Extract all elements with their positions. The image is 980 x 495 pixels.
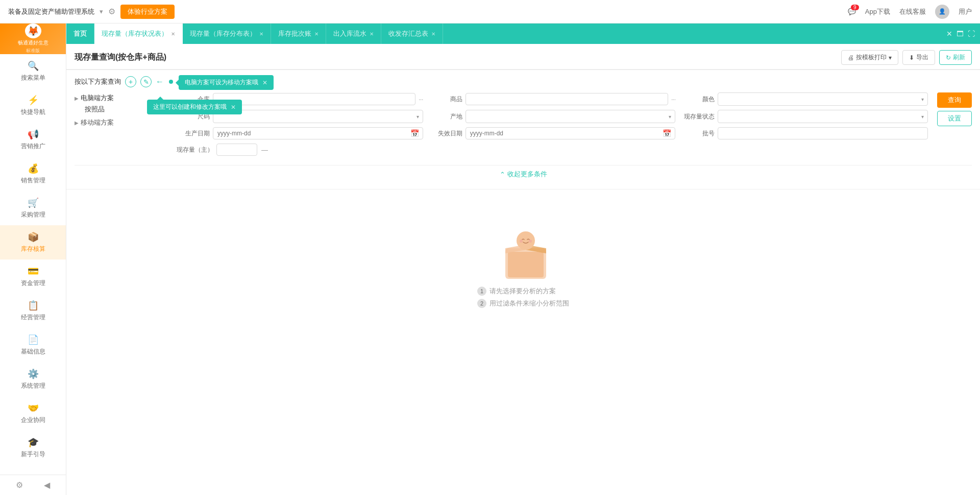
size-select[interactable] <box>213 110 423 123</box>
tab-fullscreen-icon[interactable]: ⛶ <box>968 30 975 38</box>
tab-inout-flow[interactable]: 出入库流水 ✕ <box>326 23 381 44</box>
edit-scheme-btn[interactable]: ✎ <box>140 76 152 87</box>
color-select[interactable] <box>718 92 928 106</box>
svg-point-2 <box>517 231 535 250</box>
produce-date-input[interactable] <box>213 127 423 139</box>
product-more-icon[interactable]: ··· <box>671 95 676 103</box>
mobile-scheme-label: 移动端方案 <box>81 118 114 127</box>
sales-icon: 💰 <box>28 163 39 174</box>
origin-select[interactable] <box>465 110 676 123</box>
add-scheme-btn[interactable]: + <box>125 76 136 87</box>
export-icon: ⬇ <box>909 54 914 61</box>
page-actions: 🖨 按模板打印 ▾ ⬇ 导出 ↻ 刷新 <box>841 50 972 65</box>
color-label: 颜色 <box>681 95 715 104</box>
tab-inventory-status-label: 现存量（库存状况表） <box>102 29 168 38</box>
sidebar-label-operation: 经营管理 <box>21 313 45 322</box>
sidebar-label-purchase: 采购管理 <box>21 210 45 219</box>
warehouse-more-icon[interactable]: ··· <box>419 95 423 103</box>
field-row-batch: 批号 <box>681 127 928 139</box>
warehouse-input[interactable] <box>213 93 415 105</box>
product-input[interactable] <box>465 93 668 105</box>
tab-close-all-icon[interactable]: ✕ <box>946 30 952 38</box>
sidebar: 🦊 畅通通好生意 标准版 🔍 搜索菜单 ⚡ 快捷导航 📢 营销推广 💰 销售管理 <box>0 23 66 495</box>
print-btn[interactable]: 🖨 按模板打印 ▾ <box>841 50 898 65</box>
gear-icon[interactable]: ⚙ <box>108 7 115 16</box>
message-icon[interactable]: 💬 9 <box>848 8 856 15</box>
stock-main-control: — <box>216 144 423 156</box>
scheme-tooltip: 这里可以创建和修改方案哦 ✕ <box>147 100 242 114</box>
bubble-tooltip-text: 电脑方案可设为移动方案哦 <box>185 78 258 87</box>
page-header: 现存量查询(按仓库+商品) 🖨 按模板打印 ▾ ⬇ 导出 ↻ <box>66 44 980 69</box>
desktop-child1-label: 按照品 <box>85 105 105 114</box>
sidebar-item-cooperation[interactable]: 🤝 企业协同 <box>0 396 66 431</box>
system-dropdown-icon[interactable]: ▾ <box>100 8 103 15</box>
stock-main-from-input[interactable] <box>216 144 257 156</box>
tab-restore-icon[interactable]: 🗖 <box>957 30 964 38</box>
guide-icon: 🎓 <box>28 437 39 448</box>
tab-inout-flow-close[interactable]: ✕ <box>370 31 374 37</box>
user-avatar[interactable]: 👤 <box>935 5 949 19</box>
tab-inventory-dist-label: 现存量（库存分布表） <box>190 29 256 38</box>
refresh-icon: ↻ <box>946 54 951 61</box>
content-area: 首页 现存量（库存状况表） ✕ 现存量（库存分布表） ✕ 库存批次账 ✕ 出入库… <box>66 23 980 495</box>
reset-btn[interactable]: 设置 <box>937 111 972 126</box>
logo-text: 畅通通好生意 <box>18 39 48 46</box>
sidebar-item-purchase[interactable]: 🛒 采购管理 <box>0 191 66 225</box>
sidebar-label-finance: 资金管理 <box>21 279 45 288</box>
sidebar-item-marketing[interactable]: 📢 营销推广 <box>0 123 66 157</box>
sidebar-bottom: ⚙ ◀ <box>0 475 66 495</box>
sidebar-item-basic[interactable]: 📄 基础信息 <box>0 328 66 362</box>
produce-date-calendar-icon[interactable]: 📅 <box>410 129 419 137</box>
collapse-btn[interactable]: ⌃ 收起更多条件 <box>500 170 547 179</box>
search-btn[interactable]: 查询 <box>937 92 972 108</box>
batch-input[interactable] <box>718 127 928 139</box>
tab-inventory-dist[interactable]: 现存量（库存分布表） ✕ <box>183 23 271 44</box>
tab-collect-summary-close[interactable]: ✕ <box>431 31 435 37</box>
scheme-mobile[interactable]: ▶ 移动端方案 <box>75 117 172 128</box>
field-row-produce-date: 生产日期 📅 <box>177 127 423 139</box>
tabs-bar: 首页 现存量（库存状况表） ✕ 现存量（库存分布表） ✕ 库存批次账 ✕ 出入库… <box>66 23 980 44</box>
desktop-scheme-label: 电脑端方案 <box>81 93 114 103</box>
export-btn[interactable]: ⬇ 导出 <box>902 50 935 65</box>
tab-batch-account[interactable]: 库存批次账 ✕ <box>271 23 326 44</box>
tab-inventory-status[interactable]: 现存量（库存状况表） ✕ <box>94 23 183 44</box>
sidebar-item-inventory[interactable]: 📦 库存核算 <box>0 225 66 260</box>
sidebar-item-search[interactable]: 🔍 搜索菜单 <box>0 54 66 88</box>
color-select-wrapper: ▾ <box>718 92 928 106</box>
sidebar-item-quick[interactable]: ⚡ 快捷导航 <box>0 88 66 123</box>
online-support[interactable]: 在线客服 <box>899 7 926 16</box>
sidebar-item-guide[interactable]: 🎓 新手引导 <box>0 431 66 465</box>
stock-main-label: 现存量（主） <box>177 146 213 154</box>
tab-batch-account-close[interactable]: ✕ <box>314 31 318 37</box>
tab-home-label: 首页 <box>74 29 87 38</box>
expiry-date-calendar-icon[interactable]: 📅 <box>663 129 671 137</box>
app-download[interactable]: App下载 <box>865 7 890 16</box>
sidebar-collapse-icon[interactable]: ◀ <box>44 480 50 490</box>
field-row-stock-status: 现存量状态 ▾ <box>681 110 928 123</box>
scheme-tooltip-close[interactable]: ✕ <box>231 104 236 111</box>
arrow-scheme-btn[interactable]: ← <box>156 77 164 86</box>
tab-inventory-status-close[interactable]: ✕ <box>171 31 175 37</box>
stock-status-select[interactable] <box>718 110 928 123</box>
tab-inventory-dist-close[interactable]: ✕ <box>259 31 263 37</box>
sidebar-item-operation[interactable]: 📋 经营管理 <box>0 294 66 328</box>
sidebar-item-sales[interactable]: 💰 销售管理 <box>0 157 66 191</box>
page-title: 现存量查询(按仓库+商品) <box>75 52 166 63</box>
scheme-tooltip-text: 这里可以创建和修改方案哦 <box>153 103 227 111</box>
sidebar-settings-icon[interactable]: ⚙ <box>16 480 23 490</box>
sidebar-label-search: 搜索菜单 <box>21 74 45 82</box>
expiry-date-input[interactable] <box>465 127 676 139</box>
bubble-tooltip: 电脑方案可设为移动方案哦 ✕ <box>179 75 274 90</box>
batch-label: 批号 <box>681 129 715 138</box>
sidebar-item-system[interactable]: ⚙️ 系统管理 <box>0 362 66 396</box>
tab-batch-account-label: 库存批次账 <box>278 29 311 38</box>
bubble-tooltip-close[interactable]: ✕ <box>262 79 267 86</box>
sidebar-item-finance[interactable]: 💳 资金管理 <box>0 260 66 294</box>
experience-btn[interactable]: 体验行业方案 <box>120 5 175 19</box>
refresh-btn[interactable]: ↻ 刷新 <box>939 50 972 65</box>
main-layout: 🦊 畅通通好生意 标准版 🔍 搜索菜单 ⚡ 快捷导航 📢 营销推广 💰 销售管理 <box>0 23 980 495</box>
tab-home[interactable]: 首页 <box>66 23 94 44</box>
sidebar-label-basic: 基础信息 <box>21 347 45 356</box>
tab-collect-summary[interactable]: 收发存汇总表 ✕ <box>381 23 443 44</box>
hint2-text: 用过滤条件来缩小分析范围 <box>489 299 569 308</box>
